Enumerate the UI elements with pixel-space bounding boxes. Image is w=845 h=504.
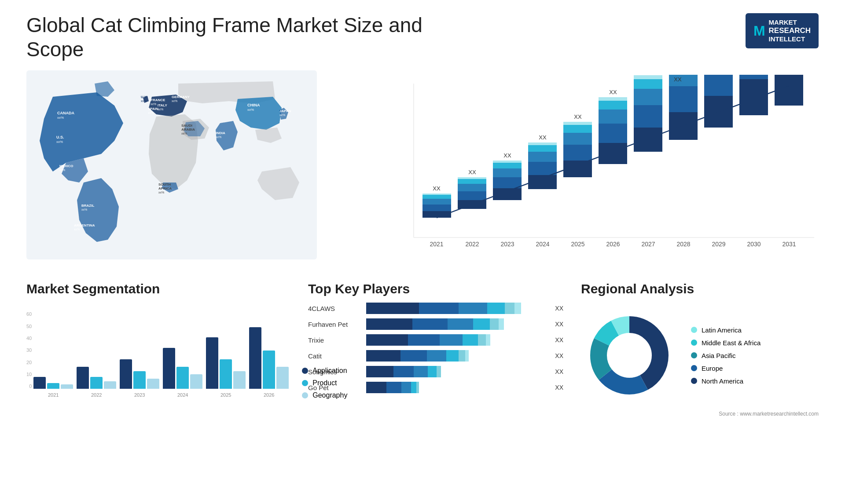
svg-text:U.S.: U.S. bbox=[56, 135, 64, 139]
legend-middle-east-africa: Middle East & Africa bbox=[691, 339, 760, 347]
svg-rect-74 bbox=[599, 97, 627, 101]
regional-title: Regional Analysis bbox=[581, 281, 819, 296]
bar-group-2026 bbox=[249, 327, 289, 389]
player-name-catit: Catit bbox=[308, 352, 361, 360]
svg-rect-52 bbox=[493, 163, 522, 168]
donut-chart bbox=[581, 307, 678, 404]
trend-chart-svg: 2021 XX 2022 XX 2023 XX bbox=[400, 75, 819, 268]
player-row-trixie: Trixie XX bbox=[308, 334, 563, 346]
legend-europe: Europe bbox=[691, 365, 760, 372]
segmentation-title: Market Segmentation bbox=[26, 281, 290, 296]
bar-group-2022 bbox=[77, 367, 116, 389]
trend-chart-section: 2021 XX 2022 XX 2023 XX bbox=[334, 70, 819, 268]
player-row-songmics: Songmics XX bbox=[308, 366, 563, 377]
logo-text: MARKET RESEARCH INTELLECT bbox=[769, 18, 811, 43]
svg-text:XX: XX bbox=[433, 185, 441, 192]
svg-text:xx%: xx% bbox=[141, 99, 147, 102]
bar-prod-2026 bbox=[263, 351, 275, 389]
svg-text:2028: 2028 bbox=[676, 241, 690, 248]
bar-geo-2026 bbox=[276, 367, 289, 389]
svg-rect-77 bbox=[634, 128, 662, 152]
dot-latin-america bbox=[691, 327, 697, 333]
svg-text:BRAZIL: BRAZIL bbox=[81, 204, 94, 208]
bar-geo-2025 bbox=[233, 371, 246, 389]
bar-group-2025 bbox=[206, 337, 246, 389]
regional-legend: Latin America Middle East & Africa Asia … bbox=[691, 326, 760, 385]
bar-group-2021 bbox=[33, 377, 73, 389]
svg-rect-44 bbox=[458, 184, 486, 191]
svg-text:SOUTH: SOUTH bbox=[158, 183, 171, 186]
player-row-furhaven: Furhaven Pet XX bbox=[308, 318, 563, 330]
svg-text:xx%: xx% bbox=[158, 108, 163, 111]
player-xx-4claws: XX bbox=[555, 305, 563, 312]
svg-text:XX: XX bbox=[574, 113, 582, 120]
player-bar-4claws bbox=[366, 303, 546, 314]
legend-asia-pacific: Asia Pacific bbox=[691, 352, 760, 359]
svg-rect-70 bbox=[599, 143, 627, 164]
bar-prod-2023 bbox=[133, 371, 146, 389]
svg-text:2024: 2024 bbox=[536, 241, 549, 248]
legend-dot-geography bbox=[302, 392, 308, 398]
svg-text:2027: 2027 bbox=[641, 241, 655, 248]
bar-app-2025 bbox=[206, 337, 218, 389]
dot-europe bbox=[691, 365, 697, 371]
bar-app-2024 bbox=[163, 348, 175, 389]
svg-rect-64 bbox=[563, 145, 592, 161]
player-bar-catit bbox=[366, 350, 546, 362]
bar-prod-2021 bbox=[47, 383, 59, 389]
svg-text:GERMANY: GERMANY bbox=[172, 95, 190, 99]
svg-rect-66 bbox=[563, 125, 592, 133]
svg-rect-50 bbox=[493, 177, 522, 188]
player-bar-furhaven bbox=[366, 318, 546, 330]
bottom-row: Market Segmentation 60 50 40 30 20 10 0 bbox=[26, 281, 819, 417]
svg-text:SAUDI: SAUDI bbox=[181, 124, 192, 128]
page-title: Global Cat Climbing Frame Market Size an… bbox=[26, 13, 422, 62]
bar-geo-2021 bbox=[61, 384, 73, 389]
player-xx-songmics: XX bbox=[555, 368, 563, 375]
player-xx-furhaven: XX bbox=[555, 321, 563, 328]
svg-text:XX: XX bbox=[674, 76, 682, 83]
svg-text:xx%: xx% bbox=[56, 140, 63, 144]
svg-rect-36 bbox=[422, 205, 451, 211]
svg-text:CHINA: CHINA bbox=[247, 103, 260, 107]
source-text: Source : www.marketresearchintellect.com bbox=[581, 411, 819, 417]
svg-text:2030: 2030 bbox=[747, 241, 760, 248]
svg-text:2029: 2029 bbox=[712, 241, 725, 248]
svg-text:xx%: xx% bbox=[74, 228, 80, 231]
svg-rect-81 bbox=[634, 75, 662, 79]
svg-rect-85 bbox=[669, 86, 698, 112]
svg-rect-72 bbox=[599, 110, 627, 124]
player-bar-gopet bbox=[366, 382, 546, 393]
svg-text:XX: XX bbox=[609, 89, 617, 95]
player-xx-trixie: XX bbox=[555, 336, 563, 343]
map-section: CANADA xx% U.S. xx% MEXICO xx% BRAZIL xx… bbox=[26, 70, 317, 268]
svg-text:2021: 2021 bbox=[430, 241, 443, 248]
bar-prod-2022 bbox=[90, 377, 103, 389]
svg-text:JAPAN: JAPAN bbox=[279, 109, 291, 113]
svg-text:xx%: xx% bbox=[57, 116, 64, 120]
svg-rect-60 bbox=[528, 142, 557, 145]
player-name-trixie: Trixie bbox=[308, 336, 361, 344]
bar-group-2024 bbox=[163, 348, 202, 389]
svg-text:XX: XX bbox=[503, 152, 511, 159]
dot-north-america bbox=[691, 378, 697, 384]
svg-text:2023: 2023 bbox=[500, 241, 514, 248]
svg-text:xx%: xx% bbox=[172, 99, 177, 102]
bar-prod-2024 bbox=[176, 367, 189, 389]
svg-rect-39 bbox=[422, 194, 451, 195]
svg-rect-53 bbox=[493, 161, 522, 163]
logo-box: M MARKET RESEARCH INTELLECT bbox=[746, 13, 819, 48]
legend-north-america: North America bbox=[691, 377, 760, 385]
donut-area: Latin America Middle East & Africa Asia … bbox=[581, 307, 819, 404]
player-name-gopet: Go Pet bbox=[308, 384, 361, 391]
legend-dot-product bbox=[302, 380, 308, 386]
svg-rect-43 bbox=[458, 191, 486, 200]
svg-text:xx%: xx% bbox=[158, 191, 164, 194]
bar-prod-2025 bbox=[220, 359, 232, 389]
svg-rect-78 bbox=[634, 105, 662, 128]
y-axis: 60 50 40 30 20 10 0 bbox=[26, 311, 33, 399]
player-xx-gopet: XX bbox=[555, 384, 563, 391]
player-row-4claws: 4CLAWS XX bbox=[308, 303, 563, 314]
svg-text:xx%: xx% bbox=[216, 135, 221, 139]
svg-text:xx%: xx% bbox=[148, 111, 154, 114]
